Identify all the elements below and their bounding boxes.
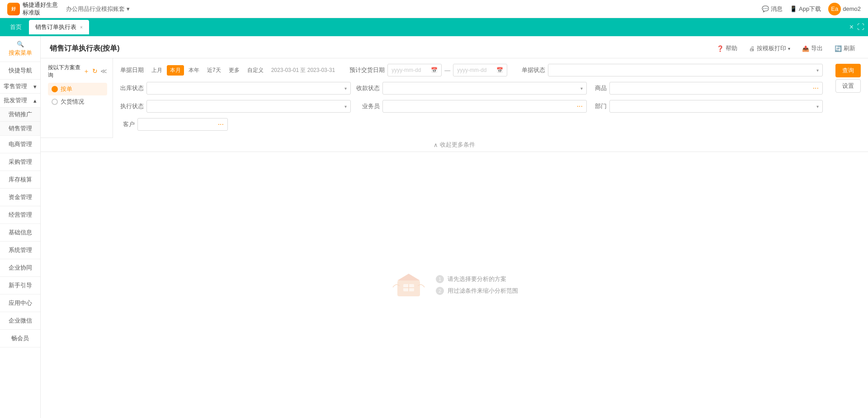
sidebar-item-quick-nav[interactable]: 快捷导航 bbox=[0, 62, 40, 80]
sidebar-quick-nav-label: 快捷导航 bbox=[9, 66, 32, 75]
sidebar-item-purchase[interactable]: 采购管理 bbox=[0, 153, 40, 171]
collapse-bar[interactable]: ∧ 收起更多条件 bbox=[41, 138, 868, 152]
stock-chevron: ▾ bbox=[344, 86, 347, 91]
sidebar-sales-label: 销售管理 bbox=[9, 125, 32, 132]
export-button[interactable]: 📤 导出 bbox=[798, 43, 826, 54]
empty-state: 1 请先选择要分析的方案 2 用过滤条件来缩小分析范围 bbox=[41, 152, 868, 418]
receipt-chevron: ▾ bbox=[580, 86, 583, 91]
period-buttons: 上月 本月 本年 近7天 更多 自定义 bbox=[148, 65, 267, 76]
dept-label: 部门 bbox=[592, 102, 607, 110]
sidebar-enterprise-label: 企业协同 bbox=[9, 264, 32, 272]
goods-more-icon[interactable]: ··· bbox=[813, 84, 819, 92]
settings-button[interactable]: 设置 bbox=[835, 79, 861, 93]
status-chevron: ▾ bbox=[816, 68, 819, 73]
customer-more-icon[interactable]: ··· bbox=[218, 120, 224, 128]
exec-status-label: 执行状态 bbox=[120, 102, 144, 110]
expected-date-end[interactable]: yyyy-mm-dd 📅 bbox=[453, 64, 507, 76]
calendar-end-icon[interactable]: 📅 bbox=[496, 67, 503, 73]
receipt-status-select[interactable]: ▾ bbox=[382, 82, 587, 95]
messages-label: 消息 bbox=[771, 5, 783, 13]
sidebar-item-basic-info[interactable]: 基础信息 bbox=[0, 224, 40, 242]
sidebar-item-inventory[interactable]: 库存核算 bbox=[0, 171, 40, 189]
page-header: 销售订单执行表(按单) ❓ 帮助 🖨 按模板打印 ▾ 📤 导出 🔄 刷新 bbox=[41, 36, 868, 58]
tabbar-controls: × ⛶ bbox=[849, 23, 864, 31]
mobile-icon: 📱 bbox=[790, 5, 797, 12]
tab-sales-execution[interactable]: 销售订单执行表 × bbox=[29, 20, 89, 34]
user-profile[interactable]: Ea demo2 bbox=[828, 3, 861, 15]
period-more[interactable]: 更多 bbox=[226, 65, 243, 76]
sidebar-item-operations[interactable]: 经营管理 bbox=[0, 206, 40, 224]
sidebar-inventory-label: 库存核算 bbox=[9, 176, 32, 184]
salesperson-more-icon[interactable]: ··· bbox=[577, 102, 583, 110]
filter-row-3: 执行状态 ▾ 业务员 ··· bbox=[120, 100, 823, 113]
messages-button[interactable]: 💬 消息 bbox=[762, 5, 783, 13]
period-this-month[interactable]: 本月 bbox=[167, 65, 184, 76]
stock-status-label: 出库状态 bbox=[120, 84, 144, 92]
app-download-button[interactable]: 📱 App下载 bbox=[790, 5, 821, 13]
sidebar-item-enterprise[interactable]: 企业协同 bbox=[0, 259, 40, 277]
svg-marker-1 bbox=[397, 274, 420, 280]
sidebar-finance-label: 资金管理 bbox=[9, 193, 32, 201]
goods-select[interactable]: ··· bbox=[609, 82, 823, 95]
period-custom[interactable]: 自定义 bbox=[244, 65, 267, 76]
refresh-icon: 🔄 bbox=[835, 45, 842, 52]
period-last-7days[interactable]: 近7天 bbox=[204, 65, 224, 76]
help-button[interactable]: ❓ 帮助 bbox=[713, 43, 741, 54]
status-select[interactable]: ▾ bbox=[548, 64, 823, 76]
filter-option-shortage[interactable]: 欠货情况 bbox=[48, 95, 107, 108]
filter-option-by-order[interactable]: 按单 bbox=[48, 83, 107, 95]
sidebar-item-member[interactable]: 畅会员 bbox=[0, 330, 40, 347]
filter-field-dept: 部门 ▾ bbox=[592, 100, 823, 113]
sidebar-item-ecommerce[interactable]: 电商管理 bbox=[0, 136, 40, 153]
period-this-year[interactable]: 本年 bbox=[185, 65, 203, 76]
tab-expand-icon[interactable]: ⛶ bbox=[857, 23, 864, 31]
filter-field-date: 单据日期 上月 本月 本年 近7天 更多 自定义 2023-03-01 至 20… bbox=[120, 65, 335, 76]
sidebar-item-system[interactable]: 系统管理 bbox=[0, 242, 40, 259]
sidebar-search[interactable]: 🔍 搜索菜单 bbox=[0, 36, 40, 62]
sidebar-item-sales-mgmt[interactable]: 销售管理 bbox=[0, 122, 40, 136]
refresh-plan-icon[interactable]: ↻ bbox=[92, 67, 98, 76]
avatar: Ea bbox=[828, 3, 841, 15]
logo-line2: 标准版 bbox=[23, 9, 58, 17]
goods-label: 商品 bbox=[592, 84, 607, 92]
query-button[interactable]: 查询 bbox=[835, 64, 861, 77]
empty-tip-1: 1 请先选择要分析的方案 bbox=[436, 275, 518, 283]
tab-close-icon[interactable]: × bbox=[80, 25, 83, 30]
sidebar-item-wholesale[interactable]: 批发管理 ▴ bbox=[0, 94, 40, 108]
exec-status-select[interactable]: ▾ bbox=[146, 100, 351, 113]
refresh-label: 刷新 bbox=[844, 44, 855, 52]
filter-plan-icons: ＋ ↻ ≪ bbox=[83, 67, 107, 76]
stock-status-select[interactable]: ▾ bbox=[146, 82, 351, 95]
customer-label: 客户 bbox=[120, 120, 135, 128]
tabbar: 首页 销售订单执行表 × × ⛶ bbox=[0, 18, 868, 36]
add-plan-icon[interactable]: ＋ bbox=[83, 67, 90, 76]
expected-date-start[interactable]: yyyy-mm-dd 📅 bbox=[387, 64, 442, 76]
print-button[interactable]: 🖨 按模板打印 ▾ bbox=[745, 43, 794, 54]
dept-select[interactable]: ▾ bbox=[609, 100, 823, 113]
customer-select[interactable]: ··· bbox=[137, 118, 228, 131]
sidebar-wechat-label: 企业微信 bbox=[9, 317, 32, 325]
sidebar-basic-info-label: 基础信息 bbox=[9, 228, 32, 237]
message-icon: 💬 bbox=[762, 5, 769, 12]
sidebar-item-finance[interactable]: 资金管理 bbox=[0, 189, 40, 206]
salesperson-select[interactable]: ··· bbox=[382, 100, 587, 113]
topbar: 好 畅捷通好生意 标准版 办公用品行业模拟账套 ▾ 💬 消息 📱 App下载 E… bbox=[0, 0, 868, 18]
sidebar-item-marketing[interactable]: 营销推广 bbox=[0, 108, 40, 122]
tab-close-window-icon[interactable]: × bbox=[849, 23, 854, 31]
print-icon: 🖨 bbox=[749, 45, 755, 52]
tip-1-text: 请先选择要分析的方案 bbox=[448, 275, 506, 283]
empty-tip-2: 2 用过滤条件来缩小分析范围 bbox=[436, 287, 518, 295]
app-name-dropdown[interactable]: 办公用品行业模拟账套 ▾ bbox=[62, 5, 133, 13]
tab-home[interactable]: 首页 bbox=[4, 20, 28, 34]
sidebar-item-newbie[interactable]: 新手引导 bbox=[0, 277, 40, 294]
period-last-month[interactable]: 上月 bbox=[148, 65, 165, 76]
date-start-placeholder: yyyy-mm-dd bbox=[392, 67, 421, 73]
refresh-button[interactable]: 🔄 刷新 bbox=[831, 43, 859, 54]
calendar-start-icon[interactable]: 📅 bbox=[431, 67, 438, 73]
filter-field-exec-status: 执行状态 ▾ bbox=[120, 100, 351, 113]
search-icon: 🔍 bbox=[17, 41, 24, 48]
sidebar-item-wechat[interactable]: 企业微信 bbox=[0, 312, 40, 330]
sidebar-item-app-center[interactable]: 应用中心 bbox=[0, 294, 40, 312]
sidebar-item-retail[interactable]: 零售管理 ▾ bbox=[0, 80, 40, 94]
collapse-plan-icon[interactable]: ≪ bbox=[100, 67, 107, 76]
